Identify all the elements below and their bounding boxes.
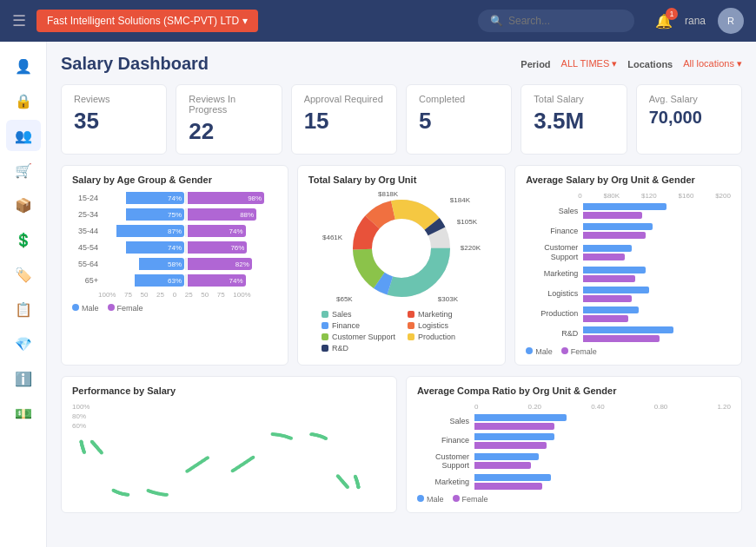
charts-row: Salary by Age Group & Gender 15-2474%98%… — [61, 165, 742, 366]
age-gender-chart-title: Salary by Age Group & Gender — [72, 175, 277, 185]
scatter-canvas — [72, 430, 368, 499]
age-group-row: 65+63%74% — [72, 274, 277, 287]
user-name: rana — [685, 15, 706, 27]
age-axis: 100%7550250255075100% — [72, 291, 277, 299]
donut-label-left: $461K — [322, 234, 342, 241]
age-group-row: 45-5474%76% — [72, 241, 277, 254]
legend-customer-support: Customer Support — [322, 333, 395, 341]
kpi-avg-salary: Avg. Salary 70,000 — [636, 84, 742, 155]
age-group-row: 25-3475%88% — [72, 208, 277, 221]
sidebar-item-tag[interactable]: 🏷️ — [6, 259, 41, 290]
legend-finance: Finance — [322, 321, 395, 330]
search-bar: 🔍 — [478, 10, 634, 32]
notification-icon[interactable]: 🔔 1 — [655, 13, 673, 30]
filter-row: Period ALL TIMES ▾ Locations All locatio… — [521, 58, 742, 69]
kpi-row: Reviews 35 Reviews In Progress 22 Approv… — [61, 84, 742, 155]
avg-salary-legend: Male Female — [526, 347, 731, 356]
sidebar-item-person[interactable]: 👤 — [6, 50, 41, 82]
kpi-avg-salary-label: Avg. Salary — [649, 94, 729, 104]
compa-ratio-row: Marketing — [417, 474, 731, 490]
donut-label-topright: $184K — [450, 196, 470, 204]
org-unit-chart-title: Total Salary by Org Unit — [308, 175, 494, 185]
kpi-total-salary: Total Salary 3.5M — [521, 84, 627, 155]
age-gender-legend: Male Female — [72, 304, 277, 313]
legend-marketing: Marketing — [408, 310, 481, 319]
donut-label-bottomleft: $65K — [336, 295, 353, 303]
sidebar-item-users[interactable]: 👥 — [6, 120, 41, 151]
avg-salary-row: R&D — [526, 326, 731, 342]
donut-legend: Sales Marketing Finance Logistics Custom… — [322, 310, 481, 353]
compa-ratio-row: Customer Support — [417, 452, 731, 471]
sidebar-item-lock[interactable]: 🔒 — [6, 85, 41, 116]
donut-label-right1: $105K — [457, 218, 477, 226]
performance-salary-title: Performance by Salary — [72, 386, 386, 396]
compa-legend: Male Female — [417, 495, 731, 504]
donut-wrap: $818K $184K $105K $220K $303K $65K $461K… — [308, 192, 494, 353]
legend-production: Production — [408, 333, 481, 341]
user-avatar[interactable]: R — [718, 8, 744, 34]
donut-label-right2: $220K — [461, 244, 481, 252]
compa-ratio-title: Average Compa Ratio by Org Unit & Gender — [417, 386, 731, 396]
kpi-reviews-value: 35 — [74, 108, 154, 135]
sidebar-item-cart[interactable]: 🛒 — [6, 155, 41, 186]
kpi-completed-value: 5 — [419, 108, 499, 135]
compa-bars: SalesFinanceCustomer SupportMarketing — [417, 414, 731, 491]
performance-salary-chart: Performance by Salary 100% 80% 60% — [61, 376, 397, 514]
kpi-approval-value: 15 — [304, 108, 384, 135]
sidebar-item-clipboard[interactable]: 📋 — [6, 293, 41, 325]
sidebar: 👤 🔒 👥 🛒 📦 💲 🏷️ 📋 💎 ℹ️ 💵 — [0, 42, 47, 547]
legend-sales: Sales — [322, 310, 395, 319]
sidebar-item-box[interactable]: 📦 — [6, 189, 41, 221]
locations-selector[interactable]: All locations ▾ — [683, 58, 742, 69]
kpi-reviews-progress: Reviews In Progress 22 — [176, 84, 282, 155]
avg-salary-row: Customer Support — [526, 243, 731, 262]
kpi-approval-label: Approval Required — [304, 94, 384, 104]
search-input[interactable] — [508, 15, 621, 27]
main-layout: 👤 🔒 👥 🛒 📦 💲 🏷️ 📋 💎 ℹ️ 💵 Salary Dashboard… — [0, 42, 756, 547]
donut-svg — [345, 192, 458, 305]
sidebar-item-money[interactable]: 💵 — [6, 398, 41, 429]
kpi-completed: Completed 5 — [406, 84, 512, 155]
search-icon: 🔍 — [490, 15, 503, 27]
avg-salary-row: Marketing — [526, 267, 731, 282]
scatter-y-label-100: 100% — [72, 403, 386, 411]
scatter-y-label-80: 80% — [72, 412, 386, 420]
compa-axis: 00.200.400.801.20 — [417, 403, 731, 411]
main-content: Salary Dashboard Period ALL TIMES ▾ Loca… — [47, 42, 756, 547]
donut-label-top: $818K — [378, 190, 398, 198]
avg-salary-row: Sales — [526, 203, 731, 219]
compa-ratio-chart: Average Compa Ratio by Org Unit & Gender… — [406, 376, 742, 514]
avg-salary-row: Production — [526, 306, 731, 322]
sidebar-item-dollar[interactable]: 💲 — [6, 224, 41, 255]
avg-salary-bars: SalesFinanceCustomer SupportMarketingLog… — [526, 203, 731, 342]
age-group-row: 35-4487%74% — [72, 225, 277, 237]
compa-ratio-row: Sales — [417, 414, 731, 430]
age-gender-chart: Salary by Age Group & Gender 15-2474%98%… — [61, 165, 288, 366]
age-group-row: 55-6458%82% — [72, 258, 277, 270]
sidebar-item-info[interactable]: ℹ️ — [6, 363, 41, 394]
bottom-charts-row: Performance by Salary 100% 80% 60% Avera… — [61, 376, 742, 514]
page-title: Salary Dashboard — [61, 54, 209, 74]
notification-badge: 1 — [666, 8, 678, 20]
kpi-reviews-progress-label: Reviews In Progress — [189, 94, 269, 115]
scatter-y-label-60: 60% — [72, 422, 386, 430]
avg-salary-axis: 0$80K$120$160$200 — [526, 192, 731, 200]
sidebar-item-diamond[interactable]: 💎 — [6, 328, 41, 359]
hamburger-icon[interactable]: ☰ — [12, 11, 26, 30]
age-gender-bars: 15-2474%98%25-3475%88%35-4487%74%45-5474… — [72, 192, 277, 299]
donut-svg-container: $818K $184K $105K $220K $303K $65K $461K — [345, 192, 458, 305]
kpi-reviews: Reviews 35 — [61, 84, 167, 155]
compa-ratio-row: Finance — [417, 433, 731, 449]
legend-logistics: Logistics — [408, 321, 481, 330]
avg-salary-org-gender-chart: Average Salary by Org Unit & Gender 0$80… — [514, 165, 742, 366]
company-selector[interactable]: Fast Intelligent Solutions (SMC-PVT) LTD… — [36, 10, 258, 32]
avg-salary-row: Logistics — [526, 287, 731, 302]
locations-label: Locations — [627, 59, 673, 69]
period-selector[interactable]: ALL TIMES ▾ — [561, 58, 618, 69]
top-navigation: ☰ Fast Intelligent Solutions (SMC-PVT) L… — [0, 0, 756, 42]
age-group-row: 15-2474%98% — [72, 192, 277, 204]
period-label: Period — [521, 59, 550, 69]
avg-salary-row: Finance — [526, 223, 731, 239]
kpi-avg-salary-value: 70,000 — [649, 108, 729, 128]
org-unit-donut-chart: Total Salary by Org Unit — [297, 165, 506, 366]
